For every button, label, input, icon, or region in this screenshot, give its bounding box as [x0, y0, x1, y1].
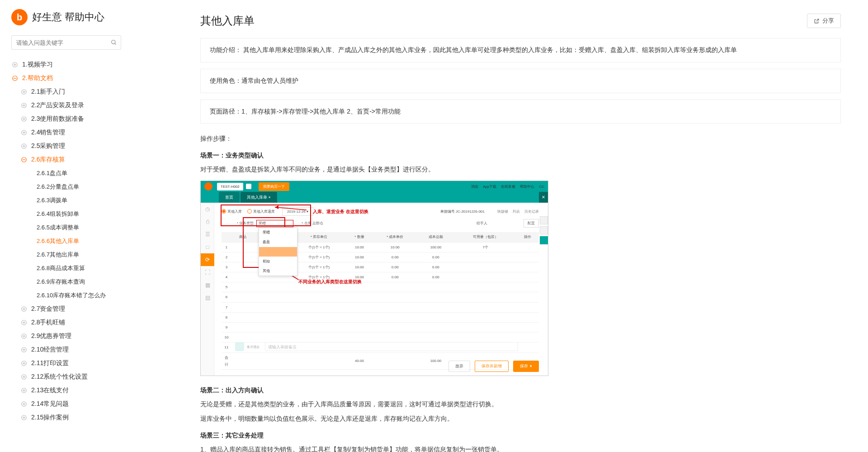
btn-save-new: 保存并新增	[475, 361, 509, 372]
table-cell: 2	[222, 252, 231, 262]
brand-title: 好生意 帮助中心	[32, 10, 104, 24]
table-cell	[516, 323, 539, 333]
handler-label: 经手人	[476, 220, 487, 227]
nav-item-label: 2.13在线支付	[31, 386, 69, 395]
nav-item-label: 2.6.3调拨单	[37, 196, 67, 205]
share-button[interactable]: 分享	[807, 14, 841, 28]
nav-item-label: 2.12系统个性化设置	[31, 373, 88, 381]
expand-icon	[20, 373, 28, 381]
table-cell	[231, 302, 255, 312]
table-cell	[417, 292, 455, 302]
nav-item[interactable]: 2.6.4组装拆卸单	[11, 207, 121, 221]
shot-user: CC	[539, 183, 544, 190]
nav-item[interactable]: 2.11打印设置	[11, 357, 121, 370]
nav-item[interactable]: 2.5采购管理	[11, 139, 121, 153]
nav-item-label: 2.6.6其他入库单	[37, 237, 79, 245]
table-cell: 10	[222, 333, 231, 343]
expand-icon	[20, 115, 28, 123]
nav-item[interactable]: 2.14常见问题	[11, 397, 121, 411]
table-cell	[345, 333, 373, 343]
nav-item-label: 2.6.10库存账本错了怎么办	[37, 291, 106, 300]
expand-icon	[20, 143, 28, 150]
table-cell	[417, 333, 455, 343]
expand-icon	[20, 319, 28, 326]
table-cell	[231, 312, 255, 322]
table-cell: 4	[222, 272, 231, 282]
nav-item[interactable]: 2.15操作案例	[11, 411, 121, 424]
main: 其他入库单 分享 功能介绍： 其他入库单用来处理除采购入库、产成品入库之外的其他…	[132, 0, 868, 452]
nav-item[interactable]: 2.6.1盘点单	[11, 167, 121, 180]
table-cell: 合计	[222, 352, 231, 369]
table-cell	[455, 252, 516, 262]
nav-item[interactable]: 2.4销售管理	[11, 126, 121, 139]
nav-item[interactable]: 2.1新手入门	[11, 85, 121, 99]
nav-item-label: 2.6.4组装拆卸单	[37, 210, 79, 218]
table-cell: 0.00	[417, 252, 455, 262]
nav-item[interactable]: 2.6.2分量盘点单	[11, 180, 121, 194]
svg-point-0	[112, 40, 115, 44]
table-header: 成本总额	[417, 232, 455, 242]
nav-item[interactable]: 2.6.5成本调整单	[11, 221, 121, 234]
shot-help: 帮助中心	[520, 183, 534, 190]
expand-icon	[20, 102, 28, 109]
nav-item[interactable]: 2.6.9库存账本查询	[11, 275, 121, 289]
nav-item[interactable]: 2.6.6其他入库单	[11, 234, 121, 248]
nav-item[interactable]: 2.12系统个性化设置	[11, 370, 121, 384]
table-cell: 7个	[455, 242, 516, 252]
link-list: 列表	[513, 208, 520, 215]
nav-item[interactable]: 2.13在线支付	[11, 384, 121, 397]
scenario1-title: 场景一：业务类型确认	[200, 149, 841, 162]
table-cell	[417, 312, 455, 322]
expand-icon	[20, 400, 28, 408]
steps-title: 操作步骤：	[200, 133, 841, 145]
shot-app: App下载	[483, 183, 496, 190]
btn-save-label: 保存	[520, 362, 528, 370]
nav-item-label: 2.4销售管理	[31, 128, 65, 137]
search-icon[interactable]	[109, 38, 118, 47]
nav-item[interactable]: 2.6.10库存账本错了怎么办	[11, 289, 121, 302]
nav-item[interactable]: 2.6.3调拨单	[11, 194, 121, 207]
table-cell	[516, 333, 539, 343]
table-cell: 9	[222, 323, 231, 333]
shot-header-links: 快捷键 列表 历史记录	[497, 208, 539, 215]
nav-item[interactable]: 2.3使用前数据准备	[11, 112, 121, 126]
nav-item[interactable]: 2.7资金管理	[11, 302, 121, 316]
nav-item-label: 2.15操作案例	[31, 414, 69, 422]
lb-icon: ◷	[201, 203, 214, 215]
close-icon: ×	[539, 192, 548, 203]
collapse-icon	[11, 75, 19, 82]
nav-item[interactable]: 2.2产品安装及登录	[11, 99, 121, 112]
table-cell	[516, 252, 539, 262]
table-row: 10	[222, 333, 539, 343]
link-history: 历史记录	[524, 208, 539, 215]
nav-item-label: 2.7资金管理	[31, 305, 65, 313]
shot-logo-icon	[204, 182, 212, 190]
lb-icon: ☰	[201, 228, 214, 241]
table-cell	[516, 302, 539, 312]
nav-item[interactable]: 2.6.7其他出库单	[11, 248, 121, 262]
search-input[interactable]	[11, 35, 121, 50]
nav-item[interactable]: 2.6.8商品成本重算	[11, 262, 121, 275]
lb-icon: ▤	[201, 291, 214, 304]
nav-item-label: 2.11打印设置	[31, 359, 69, 367]
table-cell	[516, 312, 539, 322]
table-cell	[417, 302, 455, 312]
table-cell	[516, 242, 539, 252]
nav-item[interactable]: 2.8手机旺铺	[11, 316, 121, 329]
nav-item-label: 2.6.5成本调整单	[37, 224, 79, 232]
nav-item-label: 2.6.1盘点单	[37, 169, 67, 177]
nav-item[interactable]: 2.帮助文档	[11, 71, 121, 85]
nav-item[interactable]: 2.10经营管理	[11, 343, 121, 357]
nav-item[interactable]: 2.6库存核算	[11, 153, 121, 167]
info-box-intro: 功能介绍： 其他入库单用来处理除采购入库、产成品入库之外的其他入库业务，因此其他…	[200, 38, 841, 62]
table-cell: 11	[222, 343, 231, 352]
table-cell: 7	[222, 302, 231, 312]
logo-icon: b	[11, 9, 28, 25]
nav-item[interactable]: 1.视频学习	[11, 58, 121, 71]
nav-item[interactable]: 2.9优惠券管理	[11, 329, 121, 343]
lb-icon: ⛶	[201, 266, 214, 279]
table-cell: 0.00	[417, 272, 455, 282]
table-cell	[255, 333, 292, 343]
expand-icon	[20, 333, 28, 340]
expand-icon	[20, 346, 28, 353]
